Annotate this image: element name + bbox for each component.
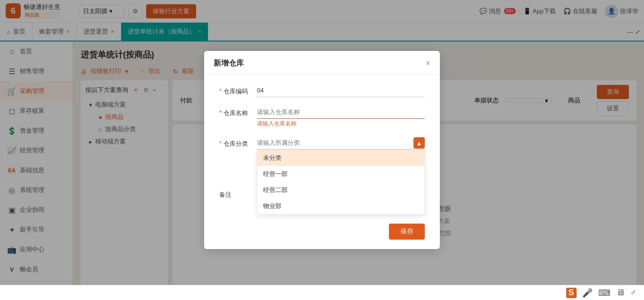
mic-icon[interactable]: 🎤 [582, 288, 593, 298]
required-star-name: * [219, 109, 222, 116]
form-row-category: * 仓库分类 ▲ 未分类 经营一部 经营二部 物业部 [219, 136, 425, 150]
dropdown-item-dept3[interactable]: 物业部 [257, 198, 424, 214]
category-dropdown: 未分类 经营一部 经营二部 物业部 [257, 150, 425, 215]
modal-overlay: 新增仓库 × * 仓库编码 * 仓库名称 [0, 0, 644, 300]
required-star-cat: * [219, 140, 222, 147]
dropdown-item-dept2[interactable]: 经营二部 [257, 182, 424, 198]
save-button[interactable]: 保存 [389, 224, 425, 240]
code-label-text: 仓库编码 [223, 87, 248, 96]
dialog-add-warehouse: 新增仓库 × * 仓库编码 * 仓库名称 [204, 51, 440, 249]
form-label-name: * 仓库名称 [219, 106, 257, 117]
warehouse-name-input[interactable] [257, 106, 425, 119]
dropdown-item-unclassified[interactable]: 未分类 [257, 150, 424, 166]
form-input-category-wrap: ▲ 未分类 经营一部 经营二部 物业部 [257, 136, 425, 150]
keyboard-icon[interactable]: ⌨ [598, 288, 611, 298]
name-label-text: 仓库名称 [223, 109, 248, 117]
dialog-body: * 仓库编码 * 仓库名称 请输入仓库名称 [204, 75, 440, 218]
warehouse-code-input[interactable] [257, 84, 425, 97]
close-icon[interactable]: × [425, 58, 430, 68]
dialog-title: 新增仓库 [214, 58, 244, 68]
required-star: * [219, 87, 222, 94]
user-gender-icon[interactable]: ♂ [630, 288, 637, 298]
form-row-name: * 仓库名称 请输入仓库名称 [219, 106, 425, 128]
category-label-text: 仓库分类 [223, 140, 248, 148]
form-label-code: * 仓库编码 [219, 84, 257, 96]
s-logo-icon: S [566, 288, 577, 298]
name-error-msg: 请输入仓库名称 [257, 120, 425, 128]
form-input-code-wrap [257, 84, 425, 97]
warehouse-category-input[interactable] [257, 136, 425, 150]
status-bar: S 🎤 ⌨ 🖥 ♂ [0, 285, 644, 300]
dialog-footer: 保存 [204, 218, 440, 249]
form-label-category: * 仓库分类 [219, 136, 257, 148]
dropdown-item-dept1[interactable]: 经营一部 [257, 166, 424, 182]
dialog-header: 新增仓库 × [204, 51, 440, 75]
form-row-code: * 仓库编码 [219, 84, 425, 97]
monitor-icon[interactable]: 🖥 [616, 288, 625, 298]
category-dropdown-icon[interactable]: ▲ [413, 137, 425, 149]
form-label-remark: 备注 [219, 187, 257, 199]
remark-label-text: 备注 [219, 191, 231, 199]
form-input-name-wrap: 请输入仓库名称 [257, 106, 425, 128]
